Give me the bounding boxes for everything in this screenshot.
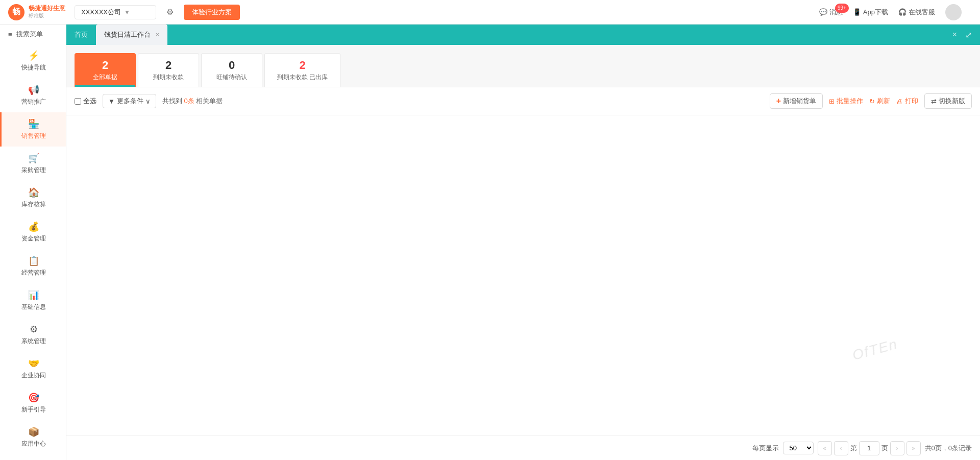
sidebar-item-system[interactable]: ⚙ 系统管理 [0,318,66,352]
stat-tab-overdue-unshipped[interactable]: 2 到期未收款 已出库 [264,53,340,87]
filter-chevron-icon: ∨ [145,98,151,105]
guide-label: 新手引导 [21,405,46,414]
header-right: 💬 消息 99+ 📱 App下载 🎧 在线客服 [819,4,972,20]
sidebar-item-sales[interactable]: 🏪 销售管理 [0,112,66,147]
logo-title: 畅捷通好生意 [29,5,65,12]
add-sales-button[interactable]: + 新增销货单 [770,93,823,109]
message-button[interactable]: 💬 消息 99+ [819,8,843,17]
batch-button[interactable]: ⊞ 批量操作 [829,96,863,106]
sidebar: ≡ 搜索菜单 ⚡ 快捷导航 📢 营销推广 🏪 销售管理 🛒 采购管理 🏠 库存核… [0,25,66,460]
stat-tab-all[interactable]: 2 全部单据 [75,53,136,87]
sidebar-item-basic[interactable]: 📊 基础信息 [0,283,66,318]
filter-icon: ▼ [108,98,115,105]
logo-area: 畅 畅捷通好生意 标准版 [8,4,75,20]
settings-button[interactable]: ⚙ [162,5,178,19]
stat-tab-wangpu[interactable]: 0 旺铺待确认 [201,53,262,87]
tab-qianhuoricingworkstation[interactable]: 钱货日清工作台 × [96,25,167,45]
page-input[interactable] [859,441,879,455]
print-icon: 🖨 [896,98,903,105]
experience-button[interactable]: 体验行业方案 [184,5,240,20]
select-all-checkbox[interactable]: 全选 [75,96,96,106]
app-download-label: App下载 [863,8,888,17]
total-records-text: 共0页，0条记录 [925,444,972,453]
first-page-button[interactable]: « [818,441,832,455]
logo-icon: 畅 [8,4,24,20]
tab-close-window-icon[interactable]: × [950,28,959,41]
message-icon: 💬 [819,8,827,16]
add-label: 新增销货单 [783,96,816,106]
per-page-select[interactable]: 50 100 200 [783,442,814,454]
sidebar-item-operation[interactable]: 📋 经营管理 [0,249,66,283]
top-header: 畅 畅捷通好生意 标准版 XXXXXX公司 ▼ ⚙ 体验行业方案 💬 消息 99… [0,0,980,25]
print-button[interactable]: 🖨 打印 [896,96,918,106]
select-all-label: 全选 [83,96,96,106]
sidebar-search-menu[interactable]: ≡ 搜索菜单 [0,25,66,44]
marketing-label: 营销推广 [21,98,46,106]
stat-overdue-label: 到期未收款 [153,73,184,82]
tab-close-icon[interactable]: × [156,31,159,38]
app-center-icon: 📦 [28,426,39,438]
marketing-icon: 📢 [28,84,39,95]
tabs-right-actions: × ⤢ [950,28,980,42]
last-page-button[interactable]: » [906,441,921,455]
switch-version-button[interactable]: ⇄ 切换新版 [924,93,972,109]
tab-expand-icon[interactable]: ⤢ [963,28,974,42]
operation-icon: 📋 [28,255,39,267]
page-input-wrap: 第 页 [850,441,888,455]
enterprise-icon: 🤝 [28,358,39,369]
sidebar-item-marketing[interactable]: 📢 营销推广 [0,78,66,112]
select-all-input[interactable] [75,98,81,105]
sidebar-item-finance[interactable]: 💰 资金管理 [0,215,66,249]
search-menu-icon: ≡ [8,31,12,38]
print-label: 打印 [905,96,918,106]
online-service-button[interactable]: 🎧 在线客服 [898,8,935,17]
sidebar-item-purchase[interactable]: 🛒 采购管理 [0,147,66,181]
sidebar-item-inventory[interactable]: 🏠 库存核算 [0,181,66,215]
sidebar-item-wechat[interactable]: 💬 企业微信 [0,454,66,460]
pagination: 每页显示 50 100 200 « ‹ 第 页 › » [66,435,980,460]
stat-overdue-number: 2 [165,59,172,72]
stats-tabs: 2 全部单据 2 到期未收款 0 旺铺待确认 2 到期未收款 已出库 [66,45,980,87]
basic-icon: 📊 [28,289,39,301]
enterprise-label: 企业协同 [21,371,46,380]
tab-home[interactable]: 首页 [66,25,96,45]
company-selector[interactable]: XXXXXX公司 ▼ [75,5,156,19]
operation-label: 经营管理 [21,269,46,277]
quick-nav-label: 快捷导航 [21,63,46,72]
sales-icon: 🏪 [28,118,39,130]
message-badge: 99+ [835,4,849,13]
next-page-button[interactable]: › [890,441,904,455]
headset-icon: 🎧 [898,8,906,16]
sidebar-item-quick-nav[interactable]: ⚡ 快捷导航 [0,44,66,78]
prev-page-button[interactable]: ‹ [834,441,848,455]
toolbar-right: + 新增销货单 ⊞ 批量操作 ↻ 刷新 🖨 打印 [770,93,972,109]
filter-label: 更多条件 [117,96,143,106]
page-navigation: « ‹ 第 页 › » [818,441,921,455]
stat-tab-overdue-uncollected[interactable]: 2 到期未收款 [138,53,199,87]
found-text: 共找到 0条 相关单据 [162,96,223,106]
refresh-button[interactable]: ↻ 刷新 [869,96,890,106]
page-suffix: 页 [881,444,888,453]
system-label: 系统管理 [21,337,46,346]
inventory-icon: 🏠 [28,187,39,198]
stat-wangpu-number: 0 [229,59,235,72]
table-area [66,115,980,435]
phone-icon: 📱 [853,8,861,16]
sidebar-item-app-center[interactable]: 📦 应用中心 [0,420,66,454]
purchase-icon: 🛒 [28,153,39,164]
avatar[interactable] [945,4,962,20]
batch-label: 批量操作 [837,96,863,106]
inventory-label: 库存核算 [21,200,46,209]
home-tab-label: 首页 [75,30,88,39]
switch-icon: ⇄ [931,98,937,105]
main-content: 2 全部单据 2 到期未收款 0 旺铺待确认 2 到期未收款 已出库 [66,45,980,460]
sidebar-item-guide[interactable]: 🎯 新手引导 [0,386,66,420]
finance-label: 资金管理 [21,234,46,243]
stat-all-number: 2 [102,59,108,72]
filter-button[interactable]: ▼ 更多条件 ∨ [103,94,156,108]
stat-unshipped-number: 2 [300,59,306,72]
app-download-button[interactable]: 📱 App下载 [853,8,888,17]
sidebar-item-enterprise[interactable]: 🤝 企业协同 [0,352,66,386]
app-center-label: 应用中心 [21,440,46,448]
found-count: 0条 [184,97,194,105]
